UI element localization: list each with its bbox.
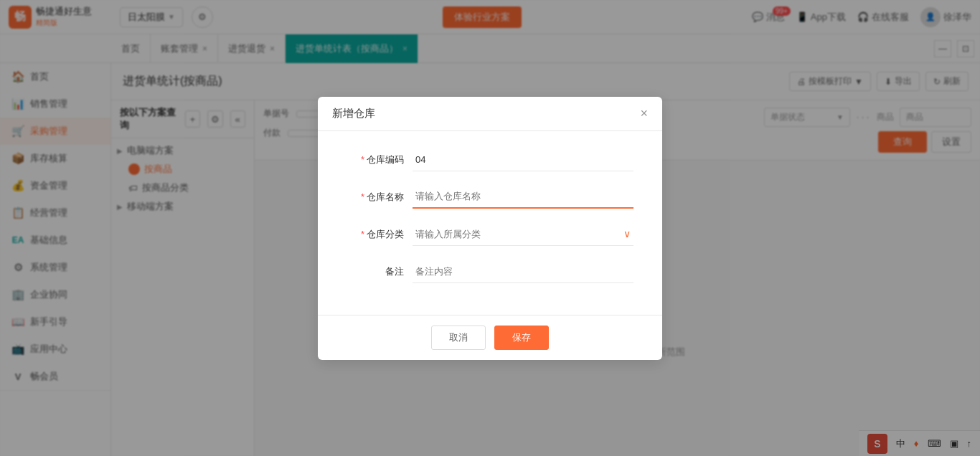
form-row-category: 仓库分类 ∨: [347, 223, 633, 246]
code-label: 仓库编码: [347, 153, 404, 166]
remark-input[interactable]: [413, 260, 633, 283]
form-row-code: 仓库编码: [347, 148, 633, 171]
dialog-close-button[interactable]: ×: [640, 107, 648, 120]
category-select-input[interactable]: [415, 229, 623, 239]
category-select-arrow-icon: ∨: [623, 228, 631, 239]
modal-overlay: 新增仓库 × 仓库编码 仓库名称 仓库分类 ∨: [0, 0, 980, 456]
form-row-remark: 备注: [347, 260, 633, 283]
code-input[interactable]: [413, 148, 633, 171]
category-label: 仓库分类: [347, 228, 404, 241]
dialog-body: 仓库编码 仓库名称 仓库分类 ∨ 备注: [318, 131, 662, 315]
name-label: 仓库名称: [347, 191, 404, 204]
cancel-button[interactable]: 取消: [431, 326, 486, 350]
name-input[interactable]: [413, 186, 633, 209]
category-select[interactable]: ∨: [413, 223, 633, 246]
dialog-footer: 取消 保存: [318, 315, 662, 360]
remark-label: 备注: [347, 265, 404, 278]
dialog-title: 新增仓库: [332, 107, 375, 120]
save-button[interactable]: 保存: [494, 326, 549, 350]
dialog-header: 新增仓库 ×: [318, 97, 662, 131]
new-warehouse-dialog: 新增仓库 × 仓库编码 仓库名称 仓库分类 ∨: [318, 97, 662, 360]
form-row-name: 仓库名称: [347, 186, 633, 209]
